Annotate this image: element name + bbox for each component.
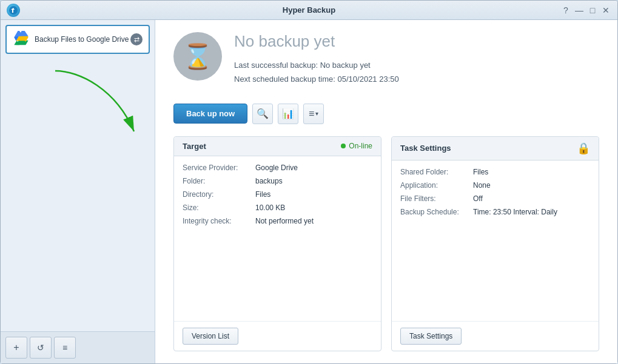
label-application: Application: — [400, 181, 473, 190]
online-status: On-line — [341, 142, 372, 150]
settings-card-body: Shared Folder: Files Application: None F… — [392, 160, 599, 321]
content-area: Backup Files to Google Drive ⇄ — [1, 20, 617, 363]
more-options-button[interactable]: ≡ ▾ — [303, 104, 324, 124]
target-card-header: Target On-line — [174, 137, 381, 156]
target-card-footer: Version List — [174, 321, 381, 351]
status-dot — [341, 144, 346, 148]
version-list-button[interactable]: Version List — [183, 328, 238, 345]
google-drive-icon — [13, 31, 30, 48]
task-settings-button[interactable]: Task Settings — [400, 328, 462, 345]
label-folder: Folder: — [183, 177, 255, 185]
arrow-area — [1, 59, 155, 331]
label-directory: Directory: — [183, 190, 255, 199]
settings-card: Task Settings 🔒 Shared Folder: Files App… — [391, 136, 599, 351]
main-content: ⌛ No backup yet Last successful backup: … — [155, 20, 617, 363]
minimize-button[interactable]: — — [574, 5, 585, 16]
settings-card-header: Task Settings 🔒 — [392, 137, 599, 160]
settings-card-footer: Task Settings — [392, 321, 599, 351]
value-application: None — [473, 181, 491, 190]
status-label: On-line — [349, 142, 372, 150]
add-backup-button[interactable]: + — [5, 337, 27, 359]
restore-button[interactable]: □ — [587, 5, 598, 16]
value-backup-schedule: Time: 23:50 Interval: Daily — [473, 208, 557, 216]
label-file-filters: File Filters: — [400, 194, 473, 203]
target-card-body: Service Provider: Google Drive Folder: b… — [174, 156, 381, 321]
target-card: Target On-line Service Provider: Google … — [173, 136, 381, 351]
label-integrity: Integrity check: — [183, 217, 255, 225]
table-row: Service Provider: Google Drive — [183, 164, 372, 172]
last-backup-label: Last successful backup: No backup yet Ne… — [234, 58, 599, 87]
table-row: Size: 10.00 KB — [183, 204, 372, 212]
backup-header: ⌛ No backup yet Last successful backup: … — [173, 32, 599, 87]
app-icon — [7, 4, 20, 17]
sidebar-item-label: Backup Files to Google Drive — [35, 35, 130, 44]
sidebar-items: Backup Files to Google Drive ⇄ — [1, 20, 155, 59]
close-button[interactable]: ✕ — [600, 5, 611, 16]
statistics-button[interactable]: 📊 — [278, 104, 298, 124]
table-row: Application: None — [400, 181, 590, 190]
back-up-now-button[interactable]: Back up now — [173, 104, 247, 124]
target-card-title: Target — [183, 142, 206, 151]
table-row: Integrity check: Not performed yet — [183, 217, 372, 225]
action-bar: Back up now 🔍 📊 ≡ ▾ — [173, 104, 599, 124]
restore-button[interactable]: ↺ — [30, 337, 52, 359]
value-integrity: Not performed yet — [255, 217, 314, 225]
arrow-decoration — [19, 65, 140, 144]
help-button[interactable]: ? — [560, 5, 571, 16]
window-controls: ? — □ ✕ — [560, 5, 611, 16]
sidebar-footer: + ↺ ≡ — [1, 331, 155, 363]
table-row: Shared Folder: Files — [400, 168, 590, 176]
settings-card-title: Task Settings — [400, 144, 451, 153]
value-folder: backups — [255, 177, 283, 185]
table-row: Directory: Files — [183, 190, 372, 199]
table-row: File Filters: Off — [400, 194, 590, 203]
label-shared-folder: Shared Folder: — [400, 168, 473, 176]
label-service-provider: Service Provider: — [183, 164, 255, 172]
app-window: Hyper Backup ? — □ ✕ — [0, 0, 618, 364]
details-area: Target On-line Service Provider: Google … — [173, 136, 599, 351]
title-bar: Hyper Backup ? — □ ✕ — [1, 1, 617, 20]
value-file-filters: Off — [473, 194, 483, 203]
value-directory: Files — [255, 190, 270, 199]
search-backup-button[interactable]: 🔍 — [252, 104, 273, 124]
backup-info: No backup yet Last successful backup: No… — [234, 32, 599, 87]
hourglass-icon: ⌛ — [173, 32, 222, 81]
backup-title: No backup yet — [234, 32, 599, 51]
label-backup-schedule: Backup Schedule: — [400, 208, 473, 216]
sidebar: Backup Files to Google Drive ⇄ — [1, 20, 155, 363]
value-service-provider: Google Drive — [255, 164, 298, 172]
lock-icon: 🔒 — [577, 142, 590, 155]
table-row: Folder: backups — [183, 177, 372, 185]
value-size: 10.00 KB — [255, 204, 285, 212]
title-bar-left — [7, 4, 20, 17]
sidebar-item-badge: ⇄ — [130, 33, 143, 45]
table-row: Backup Schedule: Time: 23:50 Interval: D… — [400, 208, 590, 216]
label-size: Size: — [183, 204, 255, 212]
window-title: Hyper Backup — [283, 5, 335, 15]
value-shared-folder: Files — [473, 168, 488, 176]
sidebar-item-google-drive[interactable]: Backup Files to Google Drive ⇄ — [5, 25, 150, 54]
logs-button[interactable]: ≡ — [54, 337, 76, 359]
